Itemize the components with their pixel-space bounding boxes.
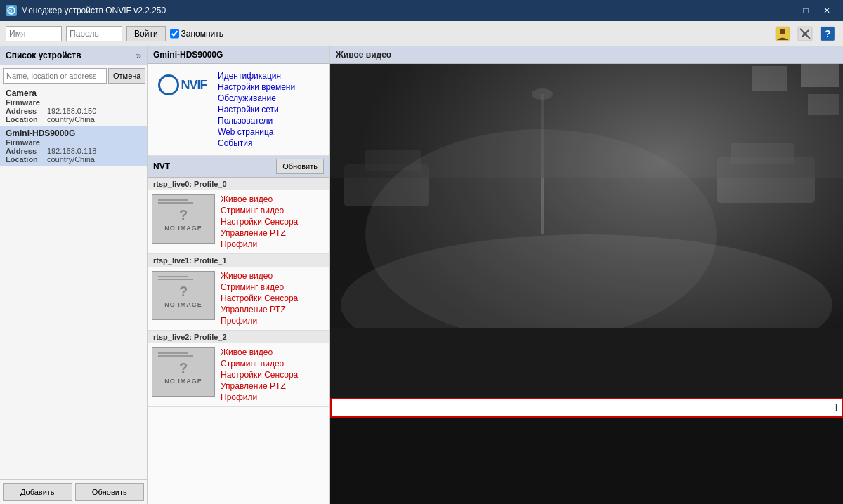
device-info-section: NVIF Идентификация Настройки времени Обс…	[148, 64, 329, 156]
device-location-camera: Location country/China	[6, 115, 141, 124]
svg-text:O: O	[8, 8, 13, 13]
profile0-profiles[interactable]: Профили	[221, 239, 298, 249]
profile2-profiles[interactable]: Профили	[221, 392, 298, 402]
collapse-button[interactable]: »	[136, 50, 141, 61]
profile2-streaming[interactable]: Стриминг видео	[221, 359, 298, 369]
device-address-camera: Address 192.168.0.150	[6, 107, 141, 115]
profile0-ptz[interactable]: Управление PTZ	[221, 228, 298, 238]
profile2-ptz[interactable]: Управление PTZ	[221, 381, 298, 391]
thumb-lines-0	[158, 199, 209, 205]
profile0-streaming[interactable]: Стриминг видео	[221, 206, 298, 215]
profile0-live-video[interactable]: Живое видео	[221, 194, 298, 204]
search-input[interactable]	[3, 68, 107, 84]
device-item-gmini[interactable]: Gmini-HDS9000G Firmware Address 192.168.…	[0, 126, 147, 166]
maximize-button[interactable]: □	[795, 0, 816, 21]
device-location-gmini: Location country/China	[6, 155, 141, 164]
link-maintenance[interactable]: Обслуживание	[218, 93, 295, 103]
onvif-text: NVIF	[181, 78, 207, 93]
profile-item-2: rtsp_live2: Profile_2 ? NO IMAGE Живое в…	[148, 331, 329, 407]
camera-feed	[330, 64, 843, 328]
link-web-page[interactable]: Web страница	[218, 127, 295, 137]
device-group-camera: Camera Firmware Address 192.168.0.150 Lo…	[0, 86, 147, 126]
nvt-header: NVT Обновить	[148, 156, 329, 178]
thumb-lines-2	[158, 352, 209, 358]
link-time-settings[interactable]: Настройки времени	[218, 82, 295, 92]
profile-links-0: Живое видео Стриминг видео Настройки Сен…	[221, 194, 298, 249]
device-item-camera[interactable]: Camera Firmware Address 192.168.0.150 Lo…	[0, 86, 147, 126]
password-input[interactable]	[66, 26, 122, 41]
profile-thumbnail-1: ? NO IMAGE	[152, 271, 215, 320]
right-panel: Живое видео	[330, 46, 843, 504]
cursor-line	[832, 403, 832, 413]
profile1-streaming[interactable]: Стриминг видео	[221, 282, 298, 292]
thumb-no-image-1: NO IMAGE	[164, 301, 202, 308]
remember-checkbox[interactable]	[170, 26, 179, 41]
onvif-circle	[158, 74, 179, 95]
device-list-title: Список устройств	[6, 51, 81, 60]
link-identification[interactable]: Идентификация	[218, 71, 295, 81]
left-footer: Добавить Обновить	[0, 479, 147, 504]
device-name-camera: Camera	[6, 88, 141, 98]
profile1-ptz[interactable]: Управление PTZ	[221, 305, 298, 314]
nvt-refresh-button[interactable]: Обновить	[276, 159, 324, 174]
profile-header-1: rtsp_live1: Profile_1	[148, 254, 329, 267]
thumb-question-1: ?	[179, 284, 188, 300]
thumb-lines-1	[158, 276, 209, 281]
tools-icon[interactable]	[795, 24, 815, 44]
device-list: Camera Firmware Address 192.168.0.150 Lo…	[0, 86, 147, 479]
rtsp-url-input[interactable]: rtsp://192.168.0.118:554/rtsp_live0	[336, 403, 829, 413]
onvif-logo: NVIF	[155, 71, 211, 99]
nvt-title: NVT	[153, 161, 170, 171]
link-users[interactable]: Пользователи	[218, 116, 295, 126]
device-firmware-camera: Firmware	[6, 98, 141, 107]
profile-content-2: ? NO IMAGE Живое видео Стриминг видео На…	[148, 343, 329, 406]
device-group-gmini: Gmini-HDS9000G Firmware Address 192.168.…	[0, 126, 147, 166]
video-area	[330, 64, 843, 328]
device-list-header: Список устройств »	[0, 46, 147, 65]
profile-header-2: rtsp_live2: Profile_2	[148, 331, 329, 343]
onvif-brand: NVIF	[158, 74, 207, 95]
profile-thumbnail-2: ? NO IMAGE	[152, 347, 215, 397]
link-network-settings[interactable]: Настройки сети	[218, 105, 295, 114]
profile1-profiles[interactable]: Профили	[221, 316, 298, 326]
username-input[interactable]	[6, 26, 62, 41]
profile2-live-video[interactable]: Живое видео	[221, 347, 298, 357]
window-controls: ─ □ ✕	[774, 0, 837, 21]
selected-device-header: Gmini-HDS9000G	[148, 46, 329, 64]
device-name-gmini: Gmini-HDS9000G	[6, 128, 141, 138]
nvt-section: NVT Обновить rtsp_live0: Profile_0 ? NO …	[148, 156, 329, 504]
add-device-button[interactable]: Добавить	[3, 483, 72, 501]
help-icon[interactable]: ?	[818, 24, 837, 44]
app-title: Менеджер устройств ONVIF v2.2.250	[21, 6, 770, 15]
minimize-button[interactable]: ─	[774, 0, 795, 21]
titlebar: O Менеджер устройств ONVIF v2.2.250 ─ □ …	[0, 0, 843, 21]
video-header: Живое видео	[330, 46, 843, 64]
profile1-sensor-settings[interactable]: Настройки Сенсора	[221, 293, 298, 303]
link-events[interactable]: События	[218, 138, 295, 148]
main-area: Список устройств » Отмена Camera Firmwar…	[0, 46, 843, 504]
profile-content-0: ? NO IMAGE Живое видео Стриминг видео На…	[148, 190, 329, 253]
device-firmware-gmini: Firmware	[6, 138, 141, 147]
user-icon[interactable]	[773, 24, 792, 44]
profile-content-1: ? NO IMAGE Живое видео Стриминг видео На…	[148, 267, 329, 330]
search-row: Отмена	[0, 65, 147, 86]
refresh-devices-button[interactable]: Обновить	[75, 483, 145, 501]
app-icon: O	[6, 5, 17, 16]
profile1-live-video[interactable]: Живое видео	[221, 271, 298, 281]
profile2-sensor-settings[interactable]: Настройки Сенсора	[221, 370, 298, 380]
toolbar: Войти Запомнить ?	[0, 21, 843, 46]
left-panel: Список устройств » Отмена Camera Firmwar…	[0, 46, 148, 504]
url-bar: rtsp://192.168.0.118:554/rtsp_live0 I	[330, 398, 843, 418]
middle-panel: Gmini-HDS9000G NVIF Идентификация Настро…	[148, 46, 330, 504]
svg-text:?: ?	[825, 28, 831, 39]
svg-point-3	[780, 29, 785, 34]
profile-item-0: rtsp_live0: Profile_0 ? NO IMAGE Живое в…	[148, 178, 329, 254]
remember-label[interactable]: Запомнить	[170, 26, 223, 41]
profile-thumbnail-0: ? NO IMAGE	[152, 194, 215, 244]
device-address-gmini: Address 192.168.0.118	[6, 147, 141, 155]
close-button[interactable]: ✕	[816, 0, 837, 21]
cancel-search-button[interactable]: Отмена	[108, 68, 145, 84]
login-button[interactable]: Войти	[126, 26, 166, 41]
profile0-sensor-settings[interactable]: Настройки Сенсора	[221, 217, 298, 227]
profile-header-0: rtsp_live0: Profile_0	[148, 178, 329, 190]
